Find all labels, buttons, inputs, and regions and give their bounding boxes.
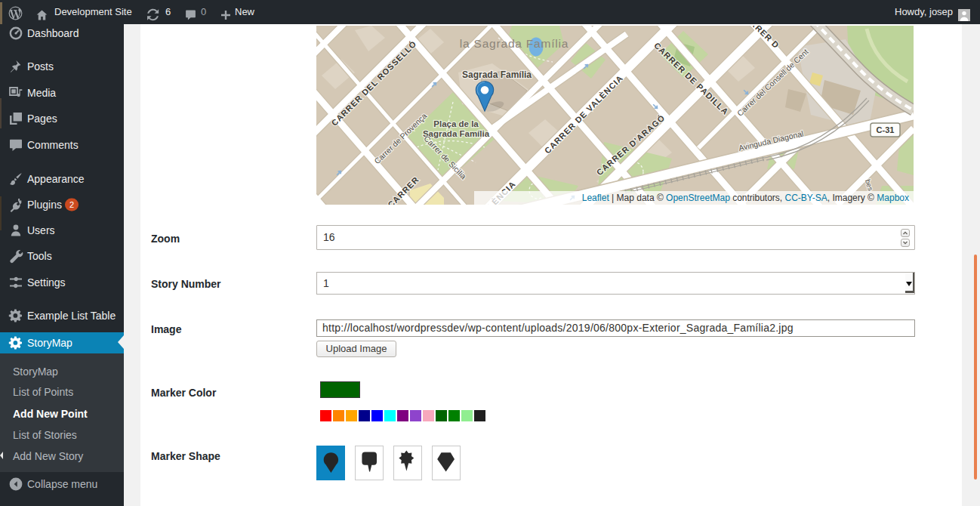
svg-text:Leaflet | Map data © OpenStree: Leaflet | Map data © OpenStreetMap contr…: [582, 193, 909, 203]
svg-text:C-31: C-31: [877, 125, 895, 134]
svg-text:Sagrada Família: Sagrada Família: [462, 69, 532, 80]
svg-text:Plaça de la: Plaça de la: [433, 119, 479, 128]
svg-text:la Sagrada Família: la Sagrada Família: [460, 37, 569, 50]
